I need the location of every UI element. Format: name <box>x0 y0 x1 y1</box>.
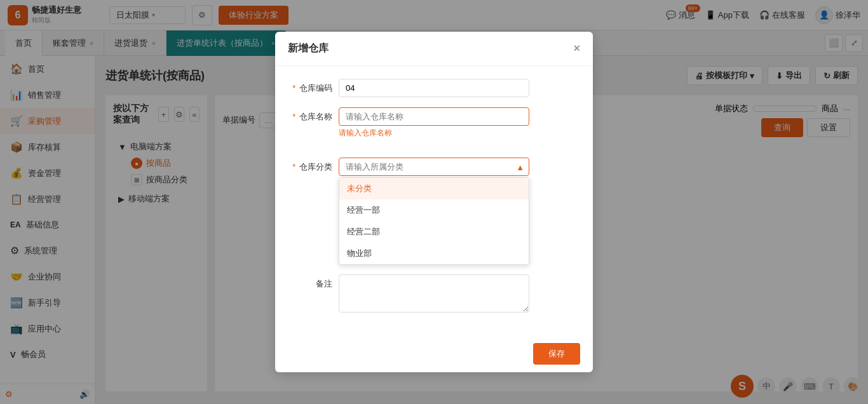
name-label: * 仓库名称 <box>288 107 339 123</box>
warehouse-notes-field: 备注 <box>288 274 580 313</box>
dialog-close-button[interactable]: × <box>573 42 580 55</box>
dropdown-item-2[interactable]: 经营二部 <box>339 221 529 243</box>
modal-overlay[interactable]: 新增仓库 × * 仓库编码 * 仓库名称 请输入仓库名称 <box>0 0 868 404</box>
dropdown-item-3[interactable]: 物业部 <box>339 243 529 264</box>
required-star-2: * <box>292 112 295 121</box>
warehouse-code-input[interactable] <box>339 79 529 97</box>
notes-textarea[interactable] <box>339 274 529 313</box>
category-input[interactable] <box>339 158 529 176</box>
dialog-header: 新增仓库 × <box>275 32 593 66</box>
dropdown-item-0[interactable]: 未分类 <box>339 178 529 199</box>
required-star-3: * <box>292 162 295 172</box>
category-label: * 仓库分类 <box>288 158 339 173</box>
dialog-title: 新增仓库 <box>288 42 329 55</box>
name-error-message: 请输入仓库名称 <box>339 128 529 138</box>
category-dropdown: 未分类 经营一部 经营二部 物业部 <box>339 177 529 265</box>
dialog-body: * 仓库编码 * 仓库名称 请输入仓库名称 * <box>275 66 593 335</box>
save-button[interactable]: 保存 <box>533 343 580 365</box>
required-star: * <box>292 83 295 93</box>
dropdown-item-1[interactable]: 经营一部 <box>339 199 529 221</box>
code-label: * 仓库编码 <box>288 79 339 94</box>
dialog-footer: 保存 <box>275 335 593 372</box>
warehouse-code-field: * 仓库编码 <box>288 79 580 97</box>
warehouse-name-field: * 仓库名称 请输入仓库名称 <box>288 107 580 138</box>
new-warehouse-dialog: 新增仓库 × * 仓库编码 * 仓库名称 请输入仓库名称 <box>275 32 593 372</box>
warehouse-name-input[interactable] <box>339 107 529 126</box>
warehouse-category-field: * 仓库分类 ▲ 未分类 经营一部 经营二部 物业部 <box>288 158 580 176</box>
category-arrow-icon[interactable]: ▲ <box>516 162 524 172</box>
notes-label: 备注 <box>288 274 339 290</box>
